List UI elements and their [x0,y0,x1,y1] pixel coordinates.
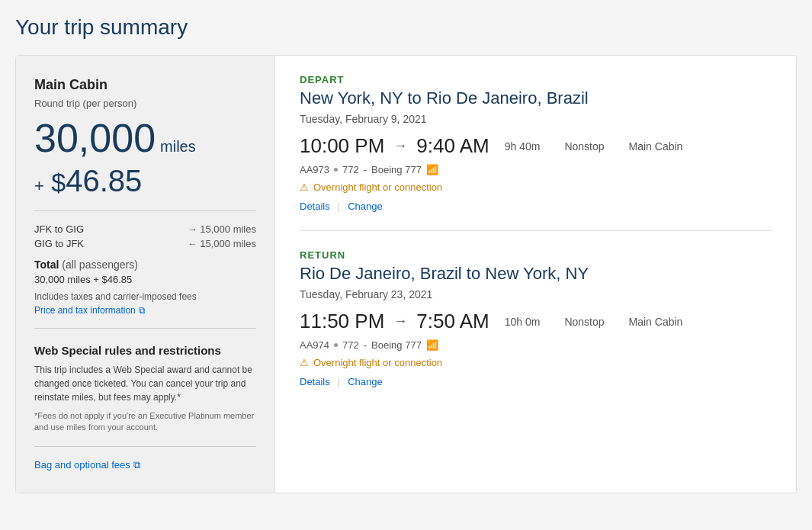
return-dash: - [364,339,367,351]
return-times-row: 11:50 PM → 7:50 AM 10h 0m Nonstop Main C… [300,310,772,333]
return-overnight-warning: ⚠ Overnight flight or connection [300,357,772,368]
return-flight-info: AA974 772 - Boeing 777 📶 [300,339,772,351]
return-duration: 10h 0m [505,316,541,328]
bag-fees-external-icon: ⧉ [133,459,140,471]
dollar-amount: 46.85 [66,164,142,198]
depart-route-title: New York, NY to Rio De Janeiro, Brazil [300,88,772,108]
web-special-footnote: *Fees do not apply if you're an Executiv… [34,410,256,434]
trip-summary-card: Main Cabin Round trip (per person) 30,00… [15,55,797,493]
round-trip-label: Round trip (per person) [34,98,256,109]
return-section: RETURN Rio De Janeiro, Brazil to New Yor… [300,249,772,406]
depart-tag: DEPART [300,74,772,85]
depart-overnight-warning: ⚠ Overnight flight or connection [300,181,772,193]
right-panel: DEPART New York, NY to Rio De Janeiro, B… [275,56,796,493]
depart-date: Tuesday, February 9, 2021 [300,113,772,125]
miles-amount: 30,000 [34,115,156,161]
depart-links-row: Details | Change [300,201,772,212]
routes-list: JFK to GIG → 15,000 miles GIG to JFK ← 1… [34,223,256,249]
return-warning-triangle-icon: ⚠ [300,357,309,368]
total-section: Total (all passengers) 30,000 miles + $4… [34,259,256,316]
return-aircraft-code: 772 [342,339,359,351]
depart-overnight-text: Overnight flight or connection [313,181,442,193]
return-aircraft-name: Boeing 777 [371,339,422,351]
route-arrow-2: ← [188,238,197,249]
return-arrow-icon: → [393,313,407,329]
route-arrow-1: → [188,223,197,235]
depart-section: DEPART New York, NY to Rio De Janeiro, B… [300,74,772,231]
price-tax-link[interactable]: Price and tax information ⧉ [34,305,256,316]
bag-fees-link[interactable]: Bag and optional fees ⧉ [34,459,256,471]
depart-dot-1 [334,168,338,172]
return-wifi-icon: 📶 [426,339,438,351]
web-special-text: This trip includes a Web Special award a… [34,363,256,404]
depart-nonstop-label: Nonstop [564,140,604,153]
page-title: Your trip summary [15,15,797,40]
route-from-1: JFK to GIG [34,223,84,235]
depart-arrival-time: 9:40 AM [416,134,489,158]
dollar-sign: $ [51,168,66,197]
price-tax-external-icon: ⧉ [139,305,146,316]
left-panel: Main Cabin Round trip (per person) 30,00… [16,56,275,493]
divider-bottom [34,446,256,447]
divider-middle [34,328,256,329]
return-details-link[interactable]: Details [300,376,330,387]
miles-row: 30,000 miles [34,115,256,161]
route-jfk-gig: JFK to GIG → 15,000 miles [34,223,256,235]
depart-link-separator: | [338,201,340,212]
depart-duration: 9h 40m [505,140,541,153]
route-from-2: GIG to JFK [34,238,84,249]
cabin-type-label: Main Cabin [34,77,256,93]
depart-aircraft-name: Boeing 777 [371,164,422,175]
depart-aircraft-code: 772 [342,164,359,175]
plus-dollars: + $46.85 [34,164,256,198]
depart-cabin-label: Main Cabin [629,140,683,153]
return-flight-number: AA974 [300,339,329,351]
divider-top [34,210,256,211]
return-arrival-time: 7:50 AM [416,310,489,333]
includes-taxes-label: Includes taxes and carrier-imposed fees [34,291,256,302]
return-change-link[interactable]: Change [348,376,383,387]
depart-flight-info: AA973 772 - Boeing 777 📶 [300,164,772,175]
bag-fees-link-text: Bag and optional fees [34,459,130,471]
depart-departure-time: 10:00 PM [300,134,384,158]
depart-times-row: 10:00 PM → 9:40 AM 9h 40m Nonstop Main C… [300,134,772,158]
depart-flight-number: AA973 [300,164,329,175]
route-miles-1: 15,000 miles [200,223,256,235]
return-links-row: Details | Change [300,376,772,387]
depart-change-link[interactable]: Change [348,201,383,212]
depart-details-link[interactable]: Details [300,201,330,212]
depart-wifi-icon: 📶 [426,164,438,175]
depart-warning-triangle-icon: ⚠ [300,181,309,193]
return-tag: RETURN [300,249,772,261]
price-tax-link-text: Price and tax information [34,305,136,316]
return-cabin-label: Main Cabin [629,316,683,328]
web-special-title: Web Special rules and restrictions [34,344,256,357]
route-gig-jfk: GIG to JFK ← 15,000 miles [34,238,256,249]
web-special-section: Web Special rules and restrictions This … [34,344,256,434]
return-overnight-text: Overnight flight or connection [313,357,442,368]
miles-word: miles [160,138,196,156]
total-label: Total (all passengers) [34,259,256,271]
return-date: Tuesday, February 23, 2021 [300,288,772,300]
depart-dash: - [364,164,367,175]
return-route-title: Rio De Janeiro, Brazil to New York, NY [300,264,772,284]
return-departure-time: 11:50 PM [300,310,384,333]
total-amount: 30,000 miles + $46.85 [34,274,256,285]
route-miles-2: 15,000 miles [200,238,256,249]
return-nonstop-label: Nonstop [564,316,604,328]
depart-arrow-icon: → [393,138,407,154]
return-link-separator: | [338,376,340,387]
plus-sign: + [34,176,44,195]
return-dot-1 [334,343,338,347]
